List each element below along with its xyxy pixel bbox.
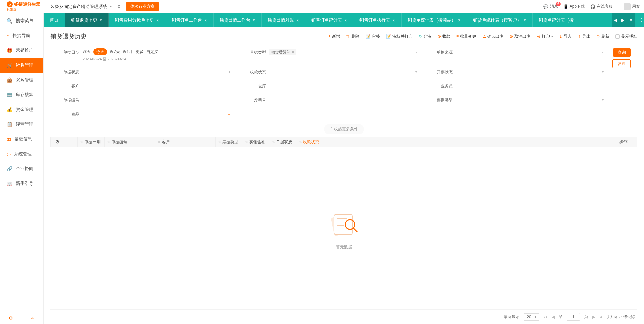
select-all[interactable] bbox=[64, 137, 78, 147]
col-status[interactable]: 单据状态 bbox=[269, 137, 296, 147]
audit-button[interactable]: 📝审核 bbox=[366, 34, 380, 39]
date-more[interactable]: 更多 bbox=[136, 49, 144, 55]
collect-button[interactable]: ⊙收款 bbox=[438, 34, 450, 39]
sidebar-item-purchase[interactable]: 👜采购管理 bbox=[0, 73, 43, 87]
tab-home[interactable]: 首页 bbox=[44, 13, 65, 27]
checkbox[interactable] bbox=[69, 140, 73, 144]
gear-icon[interactable]: ⚙ bbox=[117, 4, 121, 9]
try-industry-button[interactable]: 体验行业方案 bbox=[126, 2, 159, 11]
sidebar-item-quicknav[interactable]: ⌂快捷导航 bbox=[0, 28, 43, 43]
close-icon[interactable]: ✕ bbox=[252, 18, 255, 23]
filter-status-select[interactable]: ▾ bbox=[83, 68, 230, 76]
filter-invoice-status-select[interactable]: ▾ bbox=[456, 68, 604, 76]
tab-scroll-left[interactable]: ◀ bbox=[612, 13, 619, 27]
sidebar-item-business[interactable]: 📋经营管理 bbox=[0, 117, 43, 132]
tab-order-exec[interactable]: 销售订单执行表✕ bbox=[353, 13, 402, 27]
filter-customer-input[interactable]: ⋯ bbox=[83, 82, 230, 90]
app-download-link[interactable]: 📱 App下载 bbox=[563, 4, 585, 9]
sidebar-item-search[interactable]: 🔍搜索菜单 bbox=[0, 13, 43, 28]
settings-button[interactable]: 设置 bbox=[612, 59, 631, 68]
page-prev[interactable]: ◀ bbox=[552, 315, 555, 319]
collapse-icon[interactable]: ⇤ bbox=[31, 315, 35, 321]
page-first[interactable]: ⏮ bbox=[543, 315, 547, 319]
print-button[interactable]: 🖨打印▾ bbox=[536, 34, 553, 39]
audit-print-button[interactable]: 📝审核并打印 bbox=[386, 34, 413, 39]
tab-fee-allocation[interactable]: 销售费用分摊单历史✕ bbox=[109, 13, 165, 27]
tab-daily-recon[interactable]: 钱货日清对账✕ bbox=[262, 13, 305, 27]
sidebar-item-funds[interactable]: 💰资金管理 bbox=[0, 102, 43, 117]
more-icon[interactable]: ⋯ bbox=[226, 84, 230, 88]
sidebar-item-system[interactable]: ◌系统管理 bbox=[0, 147, 43, 161]
filter-type-select[interactable]: 销货退货单✕ ▾ bbox=[269, 48, 417, 56]
add-button[interactable]: +新增 bbox=[328, 34, 340, 39]
sidebar-item-enterprise[interactable]: 🔗企业协同 bbox=[0, 161, 43, 176]
settings-icon[interactable]: ⚙ bbox=[9, 315, 13, 321]
tab-sales-by-customer[interactable]: 销货单统计表（按客户）✕ bbox=[467, 13, 533, 27]
tag-remove[interactable]: ✕ bbox=[291, 50, 294, 54]
message-link[interactable]: 💬 消息 6 bbox=[543, 4, 558, 9]
tab-scroll-right[interactable]: ▶ bbox=[619, 13, 627, 27]
customer-input[interactable] bbox=[83, 82, 224, 90]
col-amount[interactable]: 实销金额 bbox=[242, 137, 269, 147]
sidebar-item-basic[interactable]: ▦基础信息 bbox=[0, 132, 43, 147]
date-last7[interactable]: 近7天 bbox=[110, 49, 120, 55]
refresh-button[interactable]: ⟳刷新 bbox=[597, 34, 609, 39]
tab-sales-by-product[interactable]: 销货单统计表（按商品）✕ bbox=[402, 13, 467, 27]
col-code[interactable]: 单据编号 bbox=[105, 137, 155, 147]
close-icon[interactable]: ✕ bbox=[156, 18, 159, 23]
void-button[interactable]: ↺弃审 bbox=[419, 34, 431, 39]
tab-order-workbench[interactable]: 销售订单工作台✕ bbox=[165, 13, 214, 27]
code-input[interactable] bbox=[83, 96, 230, 104]
system-selector[interactable]: 装备及固定资产辅助管理系统 ▾ ⚙ bbox=[50, 4, 121, 10]
close-icon[interactable]: ✕ bbox=[99, 18, 102, 23]
export-button[interactable]: ⤒导出 bbox=[578, 34, 591, 39]
col-date[interactable]: 单据日期 bbox=[78, 137, 105, 147]
product-input[interactable] bbox=[83, 110, 224, 118]
page-input[interactable] bbox=[567, 313, 580, 321]
checkbox[interactable] bbox=[615, 34, 620, 39]
more-icon[interactable]: ⋯ bbox=[413, 84, 417, 88]
close-icon[interactable]: ✕ bbox=[392, 18, 395, 23]
close-icon[interactable]: ✕ bbox=[458, 18, 461, 23]
date-yesterday[interactable]: 昨天 bbox=[83, 49, 91, 55]
tab-sales-partial[interactable]: 销货单统计表（按 bbox=[533, 13, 580, 27]
more-icon[interactable]: ⋯ bbox=[600, 84, 604, 88]
batch-button[interactable]: ≡批量变更 bbox=[456, 34, 476, 39]
tab-order-stats[interactable]: 销售订单统计表✕ bbox=[305, 13, 353, 27]
tab-daily-workbench[interactable]: 钱货日清工作台✕ bbox=[214, 13, 262, 27]
query-button[interactable]: 查询 bbox=[613, 48, 631, 57]
filter-warehouse-input[interactable]: ⋯ bbox=[269, 82, 417, 90]
filter-product-input[interactable]: ⋯ bbox=[83, 110, 230, 118]
date-custom[interactable]: 自定义 bbox=[146, 49, 158, 55]
import-button[interactable]: ⤓导入 bbox=[559, 34, 572, 39]
col-ticket[interactable]: 票据类型 bbox=[216, 137, 242, 147]
collapse-filters[interactable]: ⌃ 收起更多条件 bbox=[324, 124, 364, 134]
delete-button[interactable]: 🗑删除 bbox=[346, 34, 359, 39]
fullscreen-icon[interactable]: ⛶ bbox=[635, 13, 644, 27]
col-pay[interactable]: 收款状态 bbox=[296, 137, 610, 147]
per-page-select[interactable]: 20▾ bbox=[524, 313, 539, 321]
sidebar-item-sales[interactable]: 🛒销售管理 bbox=[0, 58, 43, 73]
show-detail-toggle[interactable]: 显示明细 bbox=[615, 34, 637, 39]
close-icon[interactable]: ✕ bbox=[523, 18, 526, 23]
cancel-out-button[interactable]: ⊘取消出库 bbox=[509, 34, 530, 39]
sidebar-item-guide[interactable]: 📖新手引导 bbox=[0, 176, 43, 191]
tab-close-all[interactable]: ✕ bbox=[627, 13, 635, 27]
tab-return-history[interactable]: 销货退货历史✕ bbox=[65, 13, 109, 27]
page-next[interactable]: ▶ bbox=[592, 315, 595, 319]
close-icon[interactable]: ✕ bbox=[296, 18, 299, 23]
invoice-no-input[interactable] bbox=[269, 96, 417, 104]
date-today[interactable]: 今天 bbox=[93, 48, 107, 55]
filter-source-select[interactable]: ▾ bbox=[456, 48, 604, 56]
filter-pay-status-select[interactable]: ▾ bbox=[269, 68, 417, 76]
customer-service-link[interactable]: 🎧 在线客服 bbox=[590, 4, 613, 9]
col-customer[interactable]: 客户 bbox=[155, 137, 216, 147]
sidebar-item-marketing[interactable]: 🎁营销推广 bbox=[0, 43, 43, 58]
confirm-out-button[interactable]: ⏏确认出库 bbox=[482, 34, 503, 39]
filter-ticket-type-select[interactable]: ▾ bbox=[456, 96, 604, 104]
filter-salesman-input[interactable]: ⋯ bbox=[456, 82, 604, 90]
date-last-month[interactable]: 近1月 bbox=[123, 49, 133, 55]
more-icon[interactable]: ⋯ bbox=[226, 112, 230, 117]
user-menu[interactable]: 用友 bbox=[624, 3, 640, 10]
salesman-input[interactable] bbox=[456, 82, 598, 90]
